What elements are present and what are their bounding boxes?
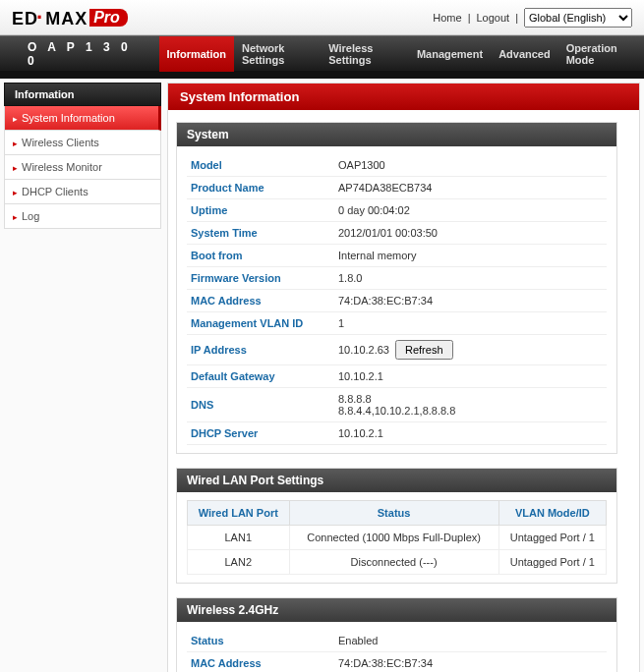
top-links: Home | Logout | Global (English) bbox=[433, 8, 632, 28]
caret-right-icon: ▸ bbox=[13, 139, 18, 148]
home-link[interactable]: Home bbox=[433, 12, 461, 24]
wired-header: Wired LAN Port bbox=[188, 501, 290, 526]
caret-right-icon: ▸ bbox=[13, 188, 18, 197]
wired-cell: Untagged Port / 1 bbox=[498, 526, 606, 550]
system-key: Default Gateway bbox=[187, 365, 334, 388]
content-scroll[interactable]: System ModelOAP1300Product NameAP74DA38E… bbox=[168, 110, 639, 672]
system-value: 10.10.2.1 bbox=[334, 365, 607, 388]
system-value: 10.10.2.1 bbox=[334, 422, 607, 445]
system-row: MAC Address74:DA:38:EC:B7:34 bbox=[187, 290, 607, 312]
nav-tab-information[interactable]: Information bbox=[159, 36, 235, 72]
system-key: Product Name bbox=[187, 177, 334, 199]
system-key: System Time bbox=[187, 222, 334, 245]
section-wired-title: Wired LAN Port Settings bbox=[177, 469, 616, 492]
system-key: Boot from bbox=[187, 245, 334, 267]
system-key: Firmware Version bbox=[187, 267, 334, 290]
system-row: System Time2012/01/01 00:03:50 bbox=[187, 222, 607, 245]
system-value: 1.8.0 bbox=[334, 267, 607, 290]
system-value: 74:DA:38:EC:B7:34 bbox=[334, 290, 607, 312]
sidebar-item-wireless-clients[interactable]: ▸Wireless Clients bbox=[4, 131, 161, 155]
section-system-title: System bbox=[177, 123, 616, 146]
logo: ED·MAX Pro bbox=[12, 5, 128, 30]
model-label: O A P 1 3 0 0 bbox=[4, 40, 159, 68]
wired-row: LAN1Connected (1000 Mbps Full-Duplex)Unt… bbox=[188, 526, 607, 550]
section-wireless24: Wireless 2.4GHz StatusEnabledMAC Address… bbox=[176, 597, 617, 672]
system-row: Boot fromInternal memory bbox=[187, 245, 607, 267]
refresh-button[interactable]: Refresh bbox=[395, 340, 453, 360]
system-row: Uptime 0 day 00:04:02 bbox=[187, 199, 607, 222]
section-wired: Wired LAN Port Settings Wired LAN PortSt… bbox=[176, 468, 617, 584]
system-key: Model bbox=[187, 154, 334, 177]
wired-header: VLAN Mode/ID bbox=[498, 501, 606, 526]
nav-tab-wireless-settings[interactable]: Wireless Settings bbox=[321, 36, 409, 72]
caret-right-icon: ▸ bbox=[13, 114, 18, 124]
system-row: Firmware Version1.8.0 bbox=[187, 267, 607, 290]
topbar: ED·MAX Pro Home | Logout | Global (Engli… bbox=[0, 0, 644, 35]
brand-text: ED·MAX bbox=[12, 5, 88, 30]
w24-key: MAC Address bbox=[187, 652, 334, 673]
nav-tab-advanced[interactable]: Advanced bbox=[491, 36, 558, 72]
caret-right-icon: ▸ bbox=[13, 212, 18, 222]
system-value: 8.8.8.88.8.4.4,10.10.2.1,8.8.8.8 bbox=[334, 388, 607, 422]
system-key: DHCP Server bbox=[187, 422, 334, 445]
sidebar-item-system-information[interactable]: ▸System Information bbox=[4, 106, 161, 131]
system-value: 2012/01/01 00:03:50 bbox=[334, 222, 607, 245]
navbar: O A P 1 3 0 0 InformationNetwork Setting… bbox=[0, 35, 644, 71]
w24-key: Status bbox=[187, 630, 334, 652]
language-select[interactable]: Global (English) bbox=[524, 8, 632, 28]
system-key: DNS bbox=[187, 388, 334, 422]
system-value: AP74DA38ECB734 bbox=[334, 177, 607, 199]
section-system: System ModelOAP1300Product NameAP74DA38E… bbox=[176, 122, 617, 454]
section-wireless24-title: Wireless 2.4GHz bbox=[177, 598, 616, 622]
w24-value: 74:DA:38:EC:B7:34 bbox=[334, 652, 607, 673]
system-value: 0 day 00:04:02 bbox=[334, 199, 607, 222]
system-key: IP Address bbox=[187, 335, 334, 365]
w24-row: StatusEnabled bbox=[187, 630, 607, 652]
system-row: Management VLAN ID1 bbox=[187, 312, 607, 335]
page-title: System Information bbox=[168, 84, 639, 110]
sidebar-item-dhcp-clients[interactable]: ▸DHCP Clients bbox=[4, 180, 161, 204]
system-key: MAC Address bbox=[187, 290, 334, 312]
sidebar: Information ▸System Information▸Wireless… bbox=[4, 83, 161, 672]
system-value: OAP1300 bbox=[334, 154, 607, 177]
system-row: Product NameAP74DA38ECB734 bbox=[187, 177, 607, 199]
nav-tab-management[interactable]: Management bbox=[409, 36, 491, 72]
nav-tab-operation-mode[interactable]: Operation Mode bbox=[558, 36, 640, 72]
wired-cell: Connected (1000 Mbps Full-Duplex) bbox=[289, 526, 498, 550]
wired-row: LAN2Disconnected (---)Untagged Port / 1 bbox=[188, 550, 607, 575]
wired-cell: LAN1 bbox=[188, 526, 290, 550]
system-key: Management VLAN ID bbox=[187, 312, 334, 335]
wired-cell: LAN2 bbox=[188, 550, 290, 575]
system-row: DNS8.8.8.88.8.4.4,10.10.2.1,8.8.8.8 bbox=[187, 388, 607, 422]
main-panel: System Information System ModelOAP1300Pr… bbox=[167, 83, 640, 672]
caret-right-icon: ▸ bbox=[13, 163, 18, 173]
system-row: Default Gateway10.10.2.1 bbox=[187, 365, 607, 388]
wired-header: Status bbox=[289, 501, 498, 526]
wired-cell: Untagged Port / 1 bbox=[498, 550, 606, 575]
system-key: Uptime bbox=[187, 199, 334, 222]
logout-link[interactable]: Logout bbox=[476, 12, 509, 24]
w24-value: Enabled bbox=[334, 630, 607, 652]
system-value: 10.10.2.63Refresh bbox=[334, 335, 607, 365]
system-row: ModelOAP1300 bbox=[187, 154, 607, 177]
wired-cell: Disconnected (---) bbox=[289, 550, 498, 575]
sidebar-item-wireless-monitor[interactable]: ▸Wireless Monitor bbox=[4, 155, 161, 180]
nav-tab-network-settings[interactable]: Network Settings bbox=[234, 36, 321, 72]
system-row: DHCP Server10.10.2.1 bbox=[187, 422, 607, 445]
system-row: IP Address10.10.2.63Refresh bbox=[187, 335, 607, 365]
brand-suffix: Pro bbox=[89, 9, 128, 27]
sidebar-title: Information bbox=[4, 83, 161, 106]
sidebar-item-log[interactable]: ▸Log bbox=[4, 204, 161, 229]
system-value: Internal memory bbox=[334, 245, 607, 267]
system-value: 1 bbox=[334, 312, 607, 335]
w24-row: MAC Address74:DA:38:EC:B7:34 bbox=[187, 652, 607, 673]
